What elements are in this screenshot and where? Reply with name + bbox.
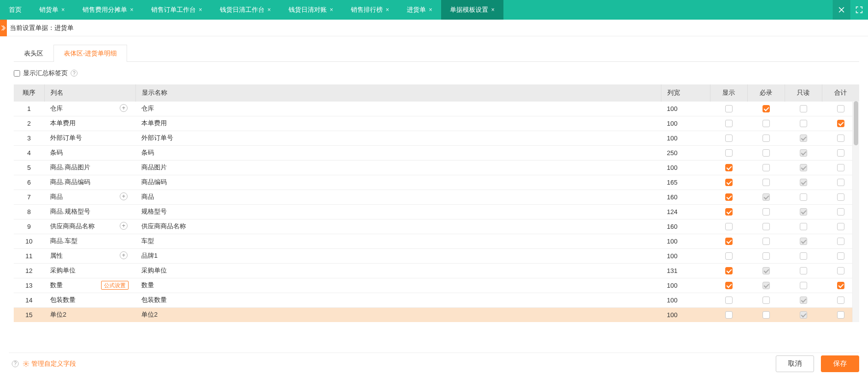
top-tab[interactable]: 钱货日清对账×: [280, 0, 342, 20]
close-icon[interactable]: ×: [386, 6, 389, 13]
total-checkbox[interactable]: [837, 311, 844, 319]
required-checkbox[interactable]: [763, 164, 770, 171]
required-checkbox[interactable]: [763, 238, 770, 245]
total-checkbox[interactable]: [837, 120, 844, 127]
cell-display[interactable]: 商品: [135, 190, 661, 204]
show-checkbox[interactable]: [725, 311, 733, 319]
table-row[interactable]: 7商品+商品160: [14, 190, 859, 204]
total-checkbox[interactable]: [837, 267, 844, 274]
vertical-scrollbar[interactable]: [852, 101, 859, 322]
cell-width[interactable]: 100: [661, 307, 710, 322]
top-tab[interactable]: 进货单×: [398, 0, 441, 20]
table-row[interactable]: 13数量公式设置数量100: [14, 278, 859, 293]
total-checkbox[interactable]: [837, 297, 844, 304]
add-icon[interactable]: +: [120, 104, 128, 112]
table-row[interactable]: 12采购单位采购单位131: [14, 263, 859, 278]
th-required[interactable]: 必录: [747, 84, 785, 101]
table-row[interactable]: 10商品.车型车型100: [14, 234, 859, 248]
show-checkbox[interactable]: [725, 135, 733, 142]
cell-display[interactable]: 包装数量: [135, 293, 661, 307]
cell-width[interactable]: 100: [661, 234, 710, 248]
readonly-checkbox[interactable]: [800, 252, 807, 260]
cell-display[interactable]: 规格型号: [135, 204, 661, 219]
cell-width[interactable]: 124: [661, 204, 710, 219]
add-icon[interactable]: +: [120, 251, 128, 259]
top-tab[interactable]: 销售订单工作台×: [142, 0, 211, 20]
add-icon[interactable]: +: [120, 192, 128, 200]
close-icon[interactable]: ×: [61, 6, 65, 13]
show-checkbox[interactable]: [725, 238, 733, 245]
cell-width[interactable]: 250: [661, 145, 710, 160]
close-icon[interactable]: ×: [429, 6, 432, 13]
total-checkbox[interactable]: [837, 252, 844, 260]
show-summary-checkbox[interactable]: [14, 70, 20, 77]
show-checkbox[interactable]: [725, 208, 733, 216]
close-window-button[interactable]: [833, 0, 850, 20]
total-checkbox[interactable]: [837, 208, 844, 216]
cell-width[interactable]: 100: [661, 131, 710, 145]
cell-display[interactable]: 采购单位: [135, 263, 661, 278]
cell-width[interactable]: 100: [661, 160, 710, 175]
cell-display[interactable]: 数量: [135, 278, 661, 293]
cell-display[interactable]: 商品图片: [135, 160, 661, 175]
cell-width[interactable]: 100: [661, 278, 710, 293]
scrollbar-thumb[interactable]: [854, 101, 858, 145]
cell-display[interactable]: 本单费用: [135, 116, 661, 131]
inner-tab[interactable]: 表体区-进货单明细: [53, 45, 127, 62]
show-checkbox[interactable]: [725, 193, 733, 201]
readonly-checkbox[interactable]: [800, 223, 807, 230]
show-checkbox[interactable]: [725, 105, 733, 112]
show-checkbox[interactable]: [725, 149, 733, 157]
required-checkbox[interactable]: [763, 208, 770, 216]
table-row[interactable]: 14包装数量包装数量100: [14, 293, 859, 307]
cell-display[interactable]: 车型: [135, 234, 661, 248]
cell-display[interactable]: 商品编码: [135, 175, 661, 190]
show-checkbox[interactable]: [725, 120, 733, 127]
required-checkbox[interactable]: [763, 135, 770, 142]
cell-display[interactable]: 单位2: [135, 307, 661, 322]
th-seq[interactable]: 顺序: [14, 84, 44, 101]
table-row[interactable]: 1仓库+仓库100: [14, 101, 859, 116]
cell-width[interactable]: 165: [661, 175, 710, 190]
top-tab[interactable]: 销售费用分摊单×: [74, 0, 142, 20]
cell-display[interactable]: 仓库: [135, 101, 661, 116]
required-checkbox[interactable]: [763, 105, 770, 112]
close-icon[interactable]: ×: [491, 6, 495, 13]
cell-width[interactable]: 100: [661, 293, 710, 307]
total-checkbox[interactable]: [837, 193, 844, 201]
cell-width[interactable]: 100: [661, 101, 710, 116]
th-readonly[interactable]: 只读: [785, 84, 822, 101]
cell-width[interactable]: 100: [661, 248, 710, 263]
required-checkbox[interactable]: [763, 252, 770, 260]
readonly-checkbox[interactable]: [800, 105, 807, 112]
table-row[interactable]: 11属性+品牌1100: [14, 248, 859, 263]
readonly-checkbox[interactable]: [800, 120, 807, 127]
collapse-toggle[interactable]: [0, 20, 7, 36]
fullscreen-button[interactable]: [850, 0, 868, 20]
table-row[interactable]: 3外部订单号外部订单号100: [14, 131, 859, 145]
total-checkbox[interactable]: [837, 179, 844, 186]
help-icon[interactable]: ?: [71, 70, 78, 77]
close-icon[interactable]: ×: [199, 6, 202, 13]
total-checkbox[interactable]: [837, 135, 844, 142]
close-icon[interactable]: ×: [130, 6, 133, 13]
show-checkbox[interactable]: [725, 223, 733, 230]
cell-width[interactable]: 131: [661, 263, 710, 278]
top-tab[interactable]: 销货单×: [30, 0, 74, 20]
th-show[interactable]: 显示: [710, 84, 747, 101]
readonly-checkbox[interactable]: [800, 282, 807, 289]
th-display[interactable]: 显示名称: [135, 84, 661, 101]
show-checkbox[interactable]: [725, 282, 733, 289]
show-checkbox[interactable]: [725, 297, 733, 304]
cell-width[interactable]: 160: [661, 190, 710, 204]
show-checkbox[interactable]: [725, 179, 733, 186]
total-checkbox[interactable]: [837, 223, 844, 230]
table-row[interactable]: 2本单费用本单费用100: [14, 116, 859, 131]
table-row[interactable]: 5商品.商品图片商品图片100: [14, 160, 859, 175]
show-checkbox[interactable]: [725, 267, 733, 274]
show-checkbox[interactable]: [725, 252, 733, 260]
total-checkbox[interactable]: [837, 105, 844, 112]
table-row[interactable]: 8商品.规格型号规格型号124: [14, 204, 859, 219]
table-row[interactable]: 15单位2单位2100: [14, 307, 859, 322]
top-tab[interactable]: 钱货日清工作台×: [211, 0, 280, 20]
